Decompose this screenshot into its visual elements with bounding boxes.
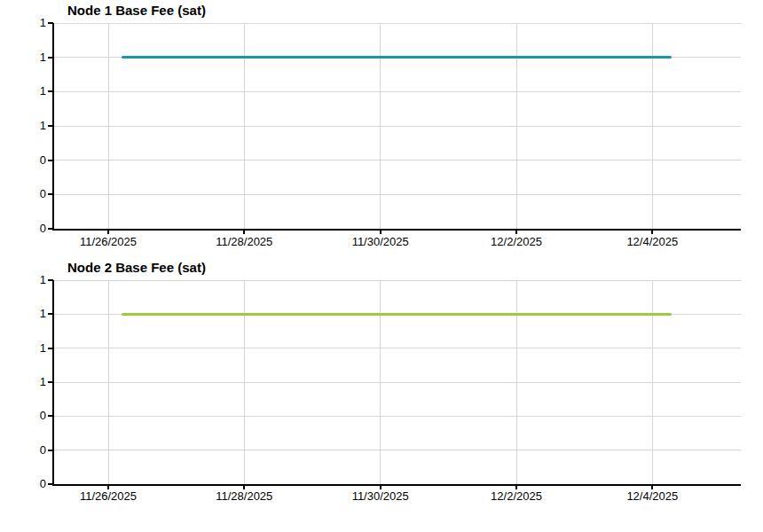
v-gridline: [652, 23, 653, 229]
y-tick-label: 0: [18, 187, 46, 201]
v-gridline: [108, 280, 109, 484]
y-tick-label: 1: [18, 119, 46, 133]
x-tick-label: 12/2/2025: [476, 235, 556, 248]
y-tick-label: 0: [18, 477, 46, 491]
h-gridline: [53, 126, 741, 127]
y-axis: [52, 23, 54, 231]
v-gridline: [244, 23, 245, 229]
x-tick-label: 12/4/2025: [612, 489, 692, 503]
chart-title-node2: Node 2 Base Fee (sat): [67, 260, 206, 275]
v-gridline: [516, 280, 517, 484]
series-line-node2: [122, 313, 672, 316]
y-tick-label: 0: [18, 409, 46, 423]
x-tick-label: 11/26/2025: [68, 489, 148, 503]
h-gridline: [53, 416, 741, 417]
y-tick-label: 1: [18, 341, 46, 356]
x-tick-label: 11/30/2025: [341, 489, 421, 503]
chart-title-node1: Node 1 Base Fee (sat): [67, 3, 206, 18]
y-tick-label: 0: [18, 153, 46, 168]
y-tick-label: 1: [18, 16, 46, 30]
y-tick-label: 1: [18, 375, 46, 389]
x-tick-label: 12/4/2025: [612, 235, 692, 248]
y-tick-label: 0: [18, 443, 46, 458]
v-gridline: [516, 23, 517, 229]
y-tick-label: 1: [18, 84, 46, 98]
y-tick-label: 1: [18, 273, 46, 287]
x-tick-label: 11/28/2025: [204, 235, 284, 248]
y-axis: [52, 280, 54, 486]
h-gridline: [53, 23, 741, 24]
h-gridline: [53, 91, 741, 92]
v-gridline: [380, 23, 381, 229]
h-gridline: [53, 160, 741, 160]
v-gridline: [652, 280, 653, 484]
x-tick-label: 12/2/2025: [476, 489, 556, 503]
x-tick-label: 11/30/2025: [341, 235, 421, 248]
h-gridline: [53, 382, 741, 383]
x-tick-label: 11/28/2025: [204, 489, 284, 503]
h-gridline: [53, 194, 741, 195]
y-tick-label: 1: [18, 51, 46, 65]
v-gridline: [380, 280, 381, 484]
y-tick-label: 0: [18, 222, 46, 236]
v-gridline: [108, 23, 109, 229]
x-tick-label: 11/26/2025: [68, 235, 148, 248]
v-gridline: [244, 280, 245, 484]
series-line-node1: [122, 56, 672, 59]
h-gridline: [53, 450, 741, 450]
x-axis: [52, 229, 741, 231]
h-gridline: [53, 280, 741, 281]
y-tick-label: 1: [18, 307, 46, 321]
h-gridline: [53, 348, 741, 348]
x-axis: [52, 484, 741, 486]
charts-canvas: Node 1 Base Fee (sat) 111100011/26/20251…: [0, 0, 763, 532]
